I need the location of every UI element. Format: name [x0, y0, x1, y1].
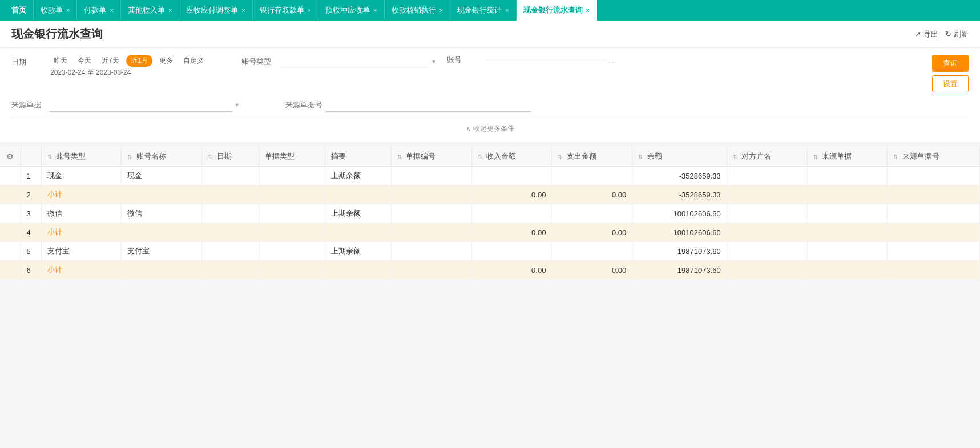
- date-range-display: 2023-02-24 至 2023-03-24: [50, 68, 207, 78]
- close-icon[interactable]: ×: [168, 7, 172, 14]
- account-type-input[interactable]: [279, 55, 429, 68]
- sort-icon: ⇅: [638, 154, 643, 160]
- nav-tab-prepayment[interactable]: 预收冲应收单 ×: [318, 0, 384, 21]
- source-doc-no-input[interactable]: [326, 98, 531, 112]
- export-icon: ↗: [915, 30, 921, 38]
- close-icon[interactable]: ×: [308, 7, 311, 14]
- source-doc-no-label: 来源单据号: [285, 100, 322, 110]
- sort-icon: ⇅: [208, 154, 212, 160]
- sort-icon: ⇅: [47, 154, 52, 160]
- refresh-icon: ↻: [945, 30, 951, 38]
- date-opt-1month[interactable]: 近1月: [126, 55, 153, 67]
- nav-tab-receipt-verify[interactable]: 收款核销执行 ×: [385, 0, 450, 21]
- table-body: 1现金现金上期余额-3528659.332小计0.000.00-3528659.…: [0, 167, 980, 280]
- export-button[interactable]: ↗ 导出: [915, 29, 938, 39]
- sort-icon: ⇅: [558, 154, 562, 160]
- page-header: 现金银行流水查询 ↗ 导出 ↻ 刷新: [0, 21, 980, 48]
- table-row: 5支付宝支付宝上期余额19871073.60: [0, 242, 980, 261]
- nav-tab-cash-flow[interactable]: 现金银行流水查询 ×: [517, 0, 597, 21]
- nav-tab-payment[interactable]: 付款单 ×: [77, 0, 120, 21]
- table-row: 2小计0.000.00-3528659.33: [0, 185, 980, 204]
- header-actions: ↗ 导出 ↻ 刷新: [915, 29, 969, 39]
- col-balance[interactable]: ⇅ 余额: [632, 147, 727, 167]
- close-icon[interactable]: ×: [110, 7, 113, 14]
- account-type-label: 账号类型: [241, 56, 276, 67]
- col-doc-no[interactable]: ⇅ 单据编号: [391, 147, 471, 167]
- sort-icon: ⇅: [397, 154, 402, 160]
- nav-tab-other-income[interactable]: 其他收入单 ×: [121, 0, 179, 21]
- collapse-button[interactable]: ∧ 收起更多条件: [11, 122, 969, 136]
- col-date[interactable]: ⇅ 日期: [202, 147, 259, 167]
- gear-icon[interactable]: ⚙: [6, 152, 14, 161]
- col-no: [21, 147, 41, 167]
- close-icon[interactable]: ×: [586, 7, 590, 14]
- source-doc-label: 来源单据: [11, 100, 46, 110]
- close-icon[interactable]: ×: [66, 7, 70, 14]
- sort-icon: ⇅: [813, 154, 818, 160]
- top-navigation: 首页 收款单 × 付款单 × 其他收入单 × 应收应付调整单 × 银行存取款单 …: [0, 0, 980, 21]
- date-filter: 昨天 今天 近7天 近1月 更多 自定义 2023-02-24 至 2023-0…: [50, 55, 207, 78]
- col-income[interactable]: ⇅ 收入金额: [471, 147, 552, 167]
- table-row: 3微信微信上期余额100102606.60: [0, 204, 980, 223]
- nav-tab-receipt[interactable]: 收款单 ×: [34, 0, 77, 21]
- table-row: 4小计0.000.00100102606.60: [0, 223, 980, 242]
- source-doc-dropdown-icon[interactable]: ▾: [235, 101, 239, 109]
- date-opt-more[interactable]: 更多: [156, 55, 176, 67]
- sort-icon: ⇅: [893, 154, 898, 160]
- settings-button[interactable]: 设置: [932, 75, 969, 92]
- table-row: 6小计0.000.0019871073.60: [0, 261, 980, 280]
- data-table: ⚙ ⇅ 账号类型 ⇅ 账号名称 ⇅ 日期 单据类型: [0, 147, 980, 280]
- sort-icon: ⇅: [478, 154, 482, 160]
- collapse-icon: ∧: [466, 125, 471, 133]
- col-account-name[interactable]: ⇅ 账号名称: [122, 147, 202, 167]
- close-icon[interactable]: ×: [505, 7, 509, 14]
- table-header-row: ⚙ ⇅ 账号类型 ⇅ 账号名称 ⇅ 日期 单据类型: [0, 147, 980, 167]
- date-opt-custom[interactable]: 自定义: [180, 55, 207, 67]
- col-source-doc-no[interactable]: ⇅ 来源单据号: [888, 147, 980, 167]
- data-table-container: ⚙ ⇅ 账号类型 ⇅ 账号名称 ⇅ 日期 单据类型: [0, 147, 980, 280]
- date-opt-yesterday[interactable]: 昨天: [50, 55, 71, 67]
- filter-area: 日期 昨天 今天 近7天 近1月 更多 自定义 2023-02-24 至 202…: [0, 48, 980, 143]
- refresh-button[interactable]: ↻ 刷新: [945, 29, 969, 39]
- col-summary: 摘要: [325, 147, 391, 167]
- nav-tab-cash-stat[interactable]: 现金银行统计 ×: [450, 0, 516, 21]
- col-source-doc[interactable]: ⇅ 来源单据: [807, 147, 888, 167]
- date-filter-label: 日期: [11, 55, 46, 70]
- col-account-type[interactable]: ⇅ 账号类型: [41, 147, 122, 167]
- page-title: 现金银行流水查询: [11, 26, 103, 42]
- date-opt-today[interactable]: 今天: [74, 55, 95, 67]
- close-icon[interactable]: ×: [241, 7, 245, 14]
- source-doc-input[interactable]: [49, 98, 232, 112]
- nav-tab-ar-ap-adjust[interactable]: 应收应付调整单 ×: [179, 0, 252, 21]
- col-doc-type: 单据类型: [259, 147, 325, 167]
- sort-icon: ⇅: [733, 154, 737, 160]
- table-row: 1现金现金上期余额-3528659.33: [0, 167, 980, 185]
- sort-icon: ⇅: [127, 154, 132, 160]
- col-settings: ⚙: [0, 147, 21, 167]
- close-icon[interactable]: ×: [439, 7, 443, 14]
- account-label: 账号: [447, 55, 481, 65]
- close-icon[interactable]: ×: [373, 7, 377, 14]
- nav-tab-home[interactable]: 首页: [5, 0, 34, 21]
- nav-tab-bank-deposit[interactable]: 银行存取款单 ×: [253, 0, 318, 21]
- col-counterpart[interactable]: ⇅ 对方户名: [727, 147, 807, 167]
- date-opt-7days[interactable]: 近7天: [98, 55, 123, 67]
- account-type-dropdown-icon[interactable]: ▾: [432, 58, 435, 66]
- account-more-icon[interactable]: ...: [609, 56, 619, 64]
- query-button[interactable]: 查询: [932, 55, 969, 72]
- date-options: 昨天 今天 近7天 近1月 更多 自定义: [50, 55, 207, 67]
- col-expense[interactable]: ⇅ 支出金额: [552, 147, 632, 167]
